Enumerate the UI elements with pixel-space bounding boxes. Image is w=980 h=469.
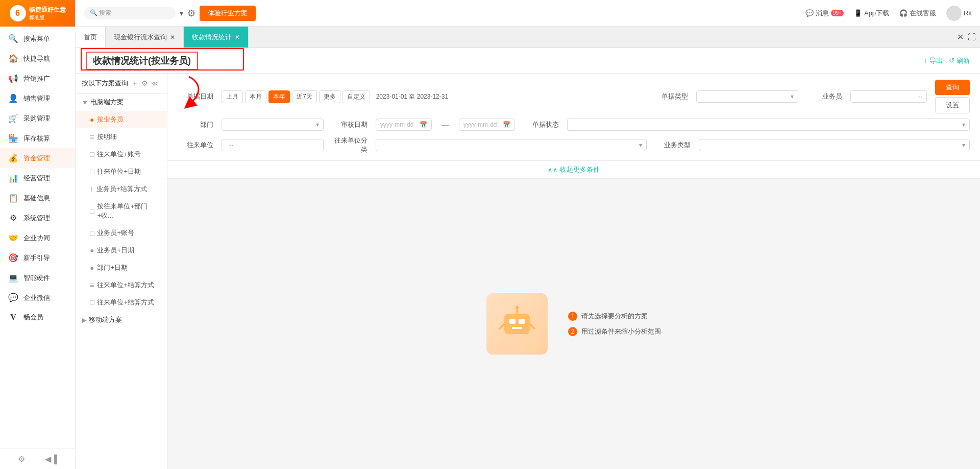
dept-select[interactable]: ▾ [222, 119, 324, 131]
scheme-item-unit-settle2[interactable]: □ 往来单位+结算方式 [76, 294, 167, 311]
scheme-panel: 按以下方案查询 ＋ ⚙ ≪ ▼ 电脑端方案 ● 按业务员 ≡ 按明细 [76, 74, 167, 469]
sidebar-item-system[interactable]: ⚙ 系统管理 [0, 208, 75, 228]
export-icon: ↑ [924, 57, 928, 64]
tab-bar: 首页 现金银行流水查询 ✕ 收款情况统计 ✕ ✕ ⛶ [76, 27, 980, 48]
tab-home[interactable]: 首页 [76, 27, 106, 48]
group-arrow-icon: ▼ [82, 99, 88, 106]
sidebar-item-member[interactable]: V 畅会员 [0, 308, 75, 327]
doc-status-select[interactable]: ▾ [567, 119, 970, 131]
purchase-icon: 🛒 [8, 113, 18, 123]
date-last7[interactable]: 近7天 [292, 90, 317, 103]
date-last-month[interactable]: 上月 [222, 90, 243, 103]
basic-icon: 📋 [8, 193, 18, 203]
scheme-settings-icon[interactable]: ⚙ [141, 79, 148, 87]
message-badge: 99+ [831, 10, 844, 16]
scheme-group-mobile[interactable]: ▶ 移动端方案 [76, 311, 167, 329]
svg-line-6 [499, 324, 504, 329]
message-item[interactable]: 💬 消息 99+ [805, 9, 844, 18]
app-download-icon: 📱 [854, 9, 862, 17]
refresh-icon: ↺ [949, 57, 954, 64]
sidebar-item-search[interactable]: 🔍 搜索菜单 [0, 29, 75, 49]
scheme-item-salesperson[interactable]: ● 按业务员 [76, 111, 167, 128]
date-more[interactable]: 更多 [319, 90, 340, 103]
sidebar-item-basic[interactable]: 📋 基础信息 [0, 188, 75, 208]
top-header: 🔍 搜索 ▾ ⚙ 体验行业方案 💬 消息 99+ 📱 App下载 🎧 在线客服 [76, 0, 980, 27]
date-custom[interactable]: 自定义 [342, 90, 370, 103]
query-button[interactable]: 查询 [935, 80, 970, 95]
tab-bank-close-icon[interactable]: ✕ [170, 34, 175, 41]
scheme-item-sales-account[interactable]: □ 业务员+账号 [76, 224, 167, 242]
filter-row-1: 单据日期 上月 本月 本年 近7天 更多 自定义 2023-01-01 至 [178, 80, 970, 113]
tab-home-label: 首页 [84, 33, 97, 42]
tab-receipt-stats[interactable]: 收款情况统计 ✕ [184, 27, 249, 48]
scheme-add-icon[interactable]: ＋ [131, 79, 138, 88]
scheme-item-unit-dept[interactable]: □ 按往来单位+部门+收... [76, 198, 167, 224]
sidebar-item-sales[interactable]: 👤 销售管理 [0, 88, 75, 108]
collapse-bar[interactable]: ∧∧ 收起更多条件 [167, 161, 980, 179]
app-download-item[interactable]: 📱 App下载 [854, 9, 889, 18]
collapse-sidebar-icon[interactable]: ◀▐ [45, 454, 57, 464]
date-this-month[interactable]: 本月 [245, 90, 266, 103]
guide-icon: 🎯 [8, 253, 18, 263]
refresh-button[interactable]: ↺ 刷新 [949, 56, 970, 65]
sidebar-item-marketing[interactable]: 📢 营销推广 [0, 68, 75, 88]
empty-illustration [486, 293, 548, 355]
biz-type-select[interactable]: ▾ [699, 139, 970, 151]
sidebar-item-quicknav[interactable]: 🏠 快捷导航 [0, 49, 75, 68]
maximize-window-icon[interactable]: ⛶ [968, 33, 976, 42]
scheme-group-desktop[interactable]: ▼ 电脑端方案 [76, 93, 167, 111]
partner-cat-select[interactable]: ▾ [376, 139, 647, 151]
svg-rect-2 [519, 319, 525, 324]
scheme-item-unit-settle1[interactable]: ≡ 往来单位+结算方式 [76, 276, 167, 294]
sidebar-item-label: 基础信息 [23, 194, 50, 203]
scheme-collapse-icon[interactable]: ≪ [151, 79, 159, 87]
settings-bottom-icon[interactable]: ⚙ [18, 454, 25, 464]
export-button[interactable]: ↑ 导出 [924, 56, 943, 65]
sidebar-item-inventory[interactable]: 🏪 库存核算 [0, 128, 75, 148]
header-search[interactable]: 🔍 搜索 [84, 7, 176, 19]
tab-receipt-close-icon[interactable]: ✕ [235, 34, 240, 41]
user-avatar-item[interactable]: Rit [946, 6, 972, 21]
scheme-item-sales-settle[interactable]: ↑ 业务员+结算方式 [76, 180, 167, 198]
header-settings-icon[interactable]: ⚙ [187, 8, 195, 19]
message-label: 消息 [816, 9, 829, 18]
sidebar-item-corp[interactable]: 🤝 企业协同 [0, 228, 75, 248]
trial-button[interactable]: 体验行业方案 [200, 6, 256, 21]
sidebar-item-ops[interactable]: 📊 经营管理 [0, 168, 75, 188]
sidebar-item-purchase[interactable]: 🛒 采购管理 [0, 108, 75, 128]
scheme-item-icon: □ [90, 207, 94, 215]
scheme-item-unit-account[interactable]: □ 往来单位+账号 [76, 146, 167, 163]
online-service-item[interactable]: 🎧 在线客服 [899, 9, 936, 18]
query-buttons: 查询 设置 [935, 80, 970, 113]
salesperson-more-icon: ··· [917, 93, 922, 100]
sidebar-item-hardware[interactable]: 💻 智能硬件 [0, 268, 75, 288]
sidebar-item-guide[interactable]: 🎯 新手引导 [0, 248, 75, 268]
close-window-icon[interactable]: ✕ [957, 32, 964, 42]
scheme-item-unit-date[interactable]: □ 往来单位+日期 [76, 163, 167, 180]
svg-rect-0 [504, 314, 530, 334]
scheme-item-dept-date[interactable]: ● 部门+日期 [76, 259, 167, 276]
wechat-icon: 💬 [8, 293, 18, 302]
header-dropdown-icon[interactable]: ▾ [180, 9, 183, 17]
export-label: 导出 [929, 56, 943, 65]
audit-date-start[interactable]: yyyy-mm-dd 📅 [376, 119, 432, 131]
partner-input[interactable]: ··· [222, 139, 324, 151]
svg-line-7 [530, 324, 535, 329]
sidebar-item-finance[interactable]: 💰 资金管理 [0, 148, 75, 168]
settings-button[interactable]: 设置 [935, 97, 970, 113]
date-this-year[interactable]: 本年 [268, 90, 290, 103]
sidebar-item-wechat[interactable]: 💬 企业微信 [0, 288, 75, 308]
tab-bank-flow[interactable]: 现金银行流水查询 ✕ [106, 27, 184, 48]
date-field: 上月 本月 本年 近7天 更多 自定义 2023-01-01 至 2023-12… [222, 90, 644, 103]
salesperson-select[interactable]: ··· [850, 90, 927, 103]
scheme-item-label: 往来单位+账号 [97, 150, 141, 159]
sidebar-item-label: 智能硬件 [23, 273, 50, 283]
doc-type-select[interactable]: ▾ [696, 90, 798, 103]
scheme-item-sales-date[interactable]: ● 业务员+日期 [76, 242, 167, 259]
scheme-item-detail[interactable]: ≡ 按明细 [76, 128, 167, 146]
audit-date-end[interactable]: yyyy-mm-dd 📅 [459, 119, 515, 131]
date-label: 单据日期 [178, 92, 213, 101]
sidebar-item-label: 资金管理 [23, 154, 50, 163]
empty-content: 1 请先选择要分析的方案 2 用过滤条件来缩小分析范围 [486, 293, 661, 355]
scheme-item-label: 业务员+账号 [97, 228, 134, 238]
